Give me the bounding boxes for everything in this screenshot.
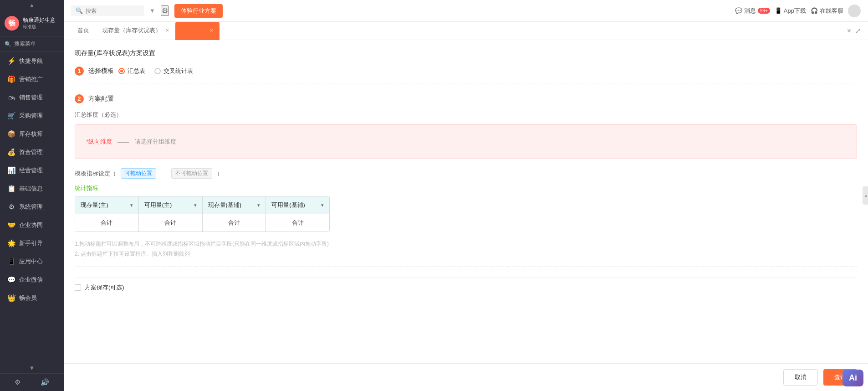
sidebar-item-label: 企业协同 — [19, 221, 43, 229]
sidebar-item-label: 资金管理 — [19, 148, 43, 156]
col-header-3[interactable]: 可用量(基辅) ▾ — [266, 196, 329, 214]
sidebar-item-finance[interactable]: 💰 资金管理 — [0, 143, 64, 161]
app-download-label: App下载 — [784, 7, 806, 15]
sidebar-item-member[interactable]: 👑 畅会员 — [0, 289, 64, 307]
summary-dim-label: 汇总维度（必选） — [75, 111, 857, 119]
app-center-icon: 📱 — [7, 257, 15, 266]
sidebar-item-app-center[interactable]: 📱 应用中心 — [0, 252, 64, 271]
dropdown-arrow-icon: ▼ — [149, 7, 155, 14]
sidebar-item-operations[interactable]: 📊 经营管理 — [0, 161, 64, 180]
col-label-2: 现存量(基辅) — [208, 201, 242, 209]
tab-inventory-label: 现存量（库存状况表） — [102, 26, 161, 35]
vertical-dim-label: *纵向维度 — [86, 138, 112, 146]
speaker-icon[interactable]: 🔊 — [41, 378, 49, 386]
col-body-3: 合计 — [266, 214, 329, 232]
sidebar-item-label: 基础信息 — [19, 185, 43, 193]
sidebar-item-newbie[interactable]: 🌟 新手引导 — [0, 234, 64, 252]
sidebar-item-marketing[interactable]: 🎁 营销推广 — [0, 70, 64, 88]
col-dropdown-1[interactable]: ▾ — [194, 202, 197, 208]
radio-summary[interactable]: 汇总表 — [118, 67, 145, 75]
radio-cross-label: 交叉统计表 — [163, 67, 193, 75]
topbar-search-input[interactable] — [86, 8, 131, 14]
sidebar-item-basics[interactable]: 📋 基础信息 — [0, 180, 64, 198]
basics-icon: 📋 — [7, 185, 15, 193]
user-avatar[interactable] — [848, 5, 861, 17]
metrics-label-row: 模板指标设定（ 可拖动位置 不可拖动位置 ） — [75, 168, 857, 179]
col-header-2[interactable]: 现存量(基辅) ▾ — [203, 196, 266, 214]
sidebar-scroll-down[interactable]: ▼ — [0, 363, 64, 373]
trial-button[interactable]: 体验行业方案 — [174, 4, 223, 18]
topbar-actions: 💬 消息 99+ 📱 App下载 🎧 在线客服 — [735, 5, 861, 17]
col-dropdown-0[interactable]: ▾ — [130, 202, 133, 208]
sidebar-item-label: 系统管理 — [19, 203, 43, 211]
app-name: 畅康通好生意 — [23, 16, 56, 24]
col-body-0: 合计 — [75, 214, 139, 232]
sidebar-item-purchase[interactable]: 🛒 采购管理 — [0, 107, 64, 125]
radio-summary-dot — [118, 68, 125, 74]
col-dropdown-3[interactable]: ▾ — [321, 202, 324, 208]
template-radio-group: 汇总表 交叉统计表 — [118, 67, 193, 75]
sidebar-scroll-up[interactable]: ▲ — [0, 0, 64, 10]
gear-button[interactable]: ⚙ — [161, 5, 169, 16]
tab-home[interactable]: 首页 — [71, 22, 96, 40]
tab-inventory-close[interactable]: × — [166, 27, 169, 34]
sidebar-item-quick-nav[interactable]: ⚡ 快捷导航 — [0, 52, 64, 70]
topbar-search-icon: 🔍 — [76, 7, 83, 14]
cooperation-icon: 🤝 — [7, 221, 15, 229]
sidebar-item-label: 企业微信 — [19, 276, 43, 284]
tip2: 2. 点击标题栏下拉可设置排序、插入列和删除列 — [75, 249, 857, 259]
sidebar-item-label: 采购管理 — [19, 112, 43, 120]
messages-button[interactable]: 💬 消息 99+ — [735, 7, 770, 15]
step1-badge: 1 — [75, 67, 84, 76]
expand-window-button[interactable]: ⤢ — [855, 26, 861, 35]
sidebar-logo: 畅 畅康通好生意 标准版 — [0, 10, 64, 36]
sidebar-item-sales[interactable]: 🛍 销售管理 — [0, 88, 64, 107]
inventory-icon: 📦 — [7, 130, 15, 138]
ai-badge[interactable]: Ai — [842, 370, 863, 386]
radio-cross[interactable]: 交叉统计表 — [154, 67, 193, 75]
col-body-2: 合计 — [203, 214, 266, 232]
save-checkbox[interactable] — [75, 284, 81, 291]
online-support-button[interactable]: 🎧 在线客服 — [811, 7, 843, 15]
sidebar-item-inventory[interactable]: 📦 库存核算 — [0, 125, 64, 143]
sidebar-item-system[interactable]: ⚙ 系统管理 — [0, 198, 64, 216]
table-header-row: 现存量(主) ▾ 可用量(主) ▾ 现存量(基辅) ▾ 可用量(基辅) — [75, 196, 329, 214]
messages-label: 消息 — [744, 7, 756, 15]
support-label: 在线客服 — [820, 7, 843, 15]
metrics-config-suffix: ） — [217, 170, 223, 178]
sidebar-item-wechat[interactable]: 💬 企业微信 — [0, 271, 64, 289]
col-header-0[interactable]: 现存量(主) ▾ — [75, 196, 139, 214]
right-edge-toggle[interactable]: ◂ — [863, 186, 868, 205]
tab-new-scheme[interactable]: 新建方案 × — [175, 22, 220, 40]
topbar: 🔍 ▼ ⚙ 体验行业方案 💬 消息 99+ 📱 App下载 🎧 在线客服 — [64, 0, 868, 22]
step2-divider — [75, 266, 857, 267]
sidebar-search[interactable]: 🔍 搜索菜单 — [0, 36, 64, 52]
sidebar-bottom: ⚙ 🔊 — [0, 373, 64, 391]
app-download-button[interactable]: 📱 App下载 — [775, 7, 806, 15]
content-area: 现存量(库存状况表)方案设置 1 选择模板 汇总表 交叉统计表 — [64, 40, 868, 363]
topbar-search-box[interactable]: 🔍 — [71, 5, 144, 16]
tab-new-scheme-close[interactable]: × — [210, 27, 213, 34]
radio-summary-label: 汇总表 — [128, 67, 145, 75]
sidebar-item-cooperation[interactable]: 🤝 企业协同 — [0, 216, 64, 234]
app-badge: 标准版 — [23, 24, 56, 30]
dimension-area[interactable]: *纵向维度 —— 请选择分组维度 — [75, 124, 857, 159]
step1-header: 1 选择模板 汇总表 交叉统计表 — [75, 67, 857, 76]
logo-icon: 畅 — [5, 16, 19, 31]
sidebar-item-label: 经营管理 — [19, 166, 43, 175]
settings-icon[interactable]: ⚙ — [15, 378, 20, 386]
save-label: 方案保存(可选) — [85, 283, 124, 292]
cancel-button[interactable]: 取消 — [783, 369, 818, 386]
sidebar-nav: ⚡ 快捷导航 🎁 营销推广 🛍 销售管理 🛒 采购管理 📦 库存核算 💰 资金管… — [0, 52, 64, 363]
col-dropdown-2[interactable]: ▾ — [257, 202, 260, 208]
close-window-button[interactable]: × — [847, 27, 851, 35]
sidebar-item-label: 应用中心 — [19, 257, 43, 266]
sidebar-item-label: 快捷导航 — [19, 57, 43, 65]
step2-title: 方案配置 — [88, 95, 114, 103]
col-header-1[interactable]: 可用量(主) ▾ — [139, 196, 203, 214]
step1-title: 选择模板 — [88, 67, 114, 75]
tab-inventory-status[interactable]: 现存量（库存状况表） × — [96, 22, 175, 40]
download-icon: 📱 — [775, 7, 782, 14]
save-row: 方案保存(可选) — [75, 278, 857, 297]
step2-badge: 2 — [75, 94, 84, 103]
